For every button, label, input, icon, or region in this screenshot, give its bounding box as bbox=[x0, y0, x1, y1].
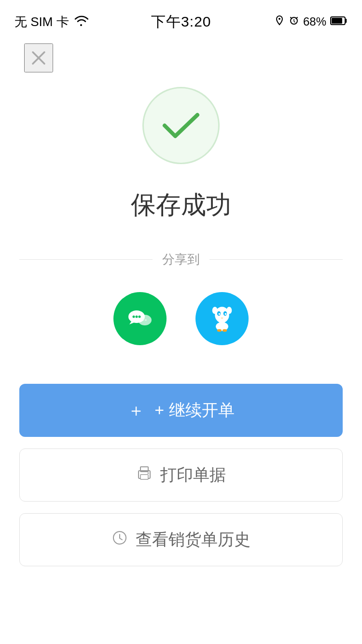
wechat-share-button[interactable] bbox=[113, 292, 167, 345]
plus-icon: ＋ bbox=[127, 399, 145, 422]
svg-point-8 bbox=[132, 315, 135, 318]
status-left: 无 SIM 卡 bbox=[14, 14, 88, 30]
wechat-icon bbox=[125, 303, 156, 335]
location-icon bbox=[274, 15, 285, 28]
share-divider: 分享到 bbox=[19, 251, 343, 268]
history-button[interactable]: 查看销货单历史 bbox=[19, 513, 343, 566]
success-area: 保存成功 bbox=[0, 39, 362, 251]
alarm-icon bbox=[289, 15, 299, 28]
check-circle bbox=[142, 87, 220, 164]
continue-order-label: + 继续开单 bbox=[154, 399, 234, 421]
qq-share-button[interactable] bbox=[195, 292, 249, 345]
history-label: 查看销货单历史 bbox=[136, 529, 251, 551]
close-button[interactable] bbox=[24, 43, 53, 72]
share-label: 分享到 bbox=[162, 251, 200, 268]
success-title: 保存成功 bbox=[131, 188, 231, 222]
svg-point-17 bbox=[225, 313, 227, 315]
svg-point-10 bbox=[138, 315, 140, 318]
svg-point-9 bbox=[135, 315, 138, 318]
status-bar: 无 SIM 卡 下午3:20 68% bbox=[0, 0, 362, 39]
svg-rect-24 bbox=[140, 475, 148, 479]
svg-point-21 bbox=[212, 307, 218, 314]
svg-point-16 bbox=[219, 313, 221, 315]
wifi-icon bbox=[74, 14, 88, 29]
check-icon bbox=[162, 111, 200, 140]
svg-point-26 bbox=[148, 473, 149, 474]
printer-icon bbox=[136, 465, 153, 485]
svg-point-12 bbox=[145, 319, 147, 321]
battery-text: 68% bbox=[303, 15, 326, 28]
battery-icon bbox=[330, 15, 348, 28]
svg-point-22 bbox=[226, 307, 232, 314]
share-icons bbox=[19, 292, 343, 345]
sim-text: 无 SIM 卡 bbox=[14, 14, 69, 30]
continue-order-button[interactable]: ＋ + 继续开单 bbox=[19, 384, 343, 437]
svg-point-11 bbox=[142, 319, 144, 321]
action-buttons: ＋ + 继续开单 打印单据 查看销货单历史 bbox=[0, 384, 362, 566]
svg-point-20 bbox=[223, 329, 227, 332]
qq-icon bbox=[208, 304, 237, 333]
status-right: 68% bbox=[274, 15, 348, 28]
share-section: 分享到 bbox=[0, 251, 362, 345]
svg-point-0 bbox=[278, 18, 280, 20]
svg-point-18 bbox=[216, 322, 228, 331]
print-button[interactable]: 打印单据 bbox=[19, 448, 343, 502]
print-label: 打印单据 bbox=[160, 464, 226, 486]
history-icon bbox=[111, 530, 128, 550]
status-time: 下午3:20 bbox=[151, 12, 211, 32]
svg-rect-3 bbox=[332, 18, 342, 24]
svg-point-19 bbox=[217, 329, 222, 332]
